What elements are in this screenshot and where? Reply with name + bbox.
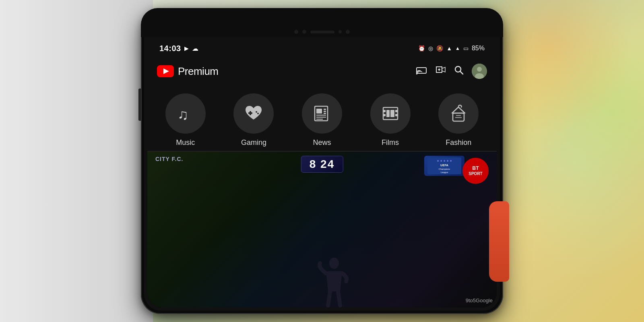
team-name-left: CITY F.C.	[155, 156, 183, 162]
cloud-icon: ☁	[192, 45, 198, 52]
avatar[interactable]	[472, 64, 487, 79]
youtube-logo-icon	[157, 65, 174, 77]
youtube-logo[interactable]: Premium	[157, 65, 219, 78]
svg-rect-27	[395, 110, 398, 112]
music-circle: ♫	[165, 93, 206, 134]
score-display: 8 24	[310, 158, 335, 171]
battery-icon: ▭	[463, 45, 469, 52]
svg-rect-26	[383, 114, 386, 116]
phone-inner-shell: 14:03 ▶ ☁ ⏰ ◎ 🔕 ▲ ▲ ▭ 85%	[144, 11, 500, 311]
header-actions	[416, 64, 487, 79]
news-circle	[302, 93, 342, 134]
earpiece-speaker	[310, 31, 334, 33]
scoreboard: 8 24	[301, 156, 343, 173]
fashion-circle	[438, 93, 479, 134]
films-circle	[370, 93, 411, 134]
svg-rect-17	[316, 109, 322, 114]
svg-rect-31	[453, 113, 464, 121]
phone-outer-shell: 14:03 ▶ ☁ ⏰ ◎ 🔕 ▲ ▲ ▭ 85%	[141, 8, 503, 314]
svg-rect-29	[386, 110, 390, 117]
cl-badge: ★ ★ ★ ★ ★ UEFA Champions League	[424, 156, 464, 176]
watermark: 9to5Google	[466, 297, 493, 303]
svg-text:★ ★ ★ ★ ★: ★ ★ ★ ★ ★	[437, 159, 452, 162]
hand-accent	[489, 201, 509, 282]
category-films[interactable]: Films	[370, 93, 411, 147]
wifi-icon: ▲	[446, 45, 452, 52]
category-gaming[interactable]: Gaming	[233, 93, 274, 147]
music-label: Music	[176, 138, 195, 147]
player-figure	[314, 255, 354, 308]
sensor-dot-right	[339, 30, 342, 33]
status-time: 14:03	[159, 44, 181, 53]
svg-text:Champions: Champions	[439, 168, 450, 170]
gaming-circle	[233, 93, 274, 134]
phone-screen: 14:03 ▶ ☁ ⏰ ◎ 🔕 ▲ ▲ ▭ 85%	[147, 39, 497, 308]
battery-percent: 85%	[472, 45, 485, 52]
youtube-logo-text: Premium	[178, 65, 219, 78]
video-add-icon[interactable]	[435, 66, 446, 77]
svg-point-15	[257, 113, 259, 114]
category-news[interactable]: News	[302, 93, 342, 147]
svg-rect-13	[248, 112, 252, 114]
svg-text:League: League	[441, 171, 448, 173]
svg-text:UEFA: UEFA	[440, 163, 448, 167]
category-row: ♫ Music	[147, 85, 497, 151]
category-fashion[interactable]: Fashion	[438, 93, 479, 147]
signal-icon: ▲	[455, 45, 460, 51]
fashion-label: Fashion	[446, 138, 471, 147]
svg-rect-21	[324, 109, 326, 110]
background-left	[0, 0, 153, 322]
youtube-header: Premium	[147, 57, 497, 85]
svg-text:♫: ♫	[178, 106, 188, 122]
svg-rect-22	[324, 111, 326, 112]
svg-rect-23	[324, 113, 326, 114]
gaming-label: Gaming	[241, 138, 266, 147]
svg-point-39	[329, 258, 339, 269]
camera-dot	[346, 30, 350, 34]
hardware-sensors	[294, 30, 350, 34]
mute-icon: 🔕	[436, 45, 443, 52]
films-label: Films	[382, 138, 399, 147]
svg-rect-25	[383, 110, 386, 112]
alarm-icon: ⏰	[418, 45, 425, 52]
svg-marker-3	[442, 67, 445, 72]
svg-point-9	[477, 67, 482, 72]
sensor-dot-2	[302, 30, 306, 34]
status-icons-right: ⏰ ◎ 🔕 ▲ ▲ ▭ 85%	[418, 45, 485, 52]
svg-line-7	[460, 71, 463, 74]
category-music[interactable]: ♫ Music	[165, 93, 206, 147]
svg-point-14	[256, 111, 257, 113]
sensor-dot-left	[294, 30, 298, 34]
search-icon[interactable]	[454, 65, 464, 77]
phone-top-hardware	[141, 8, 503, 37]
cast-icon[interactable]	[416, 66, 427, 77]
location-icon: ◎	[428, 45, 433, 52]
svg-rect-28	[395, 114, 398, 116]
video-preview[interactable]: CITY F.C. 8 24 ★ ★ ★ ★ ★ UEFA Champions	[147, 152, 497, 308]
bt-sport-badge: BT SPORT	[462, 158, 489, 184]
svg-rect-30	[390, 110, 394, 117]
phone-device: 14:03 ▶ ☁ ⏰ ◎ 🔕 ▲ ▲ ▭ 85%	[141, 8, 503, 314]
news-label: News	[313, 138, 331, 147]
youtube-notification-icon: ▶	[184, 45, 189, 52]
status-bar: 14:03 ▶ ☁ ⏰ ◎ 🔕 ▲ ▲ ▭ 85%	[147, 39, 497, 57]
watermark-text: 9to5Google	[466, 297, 493, 303]
